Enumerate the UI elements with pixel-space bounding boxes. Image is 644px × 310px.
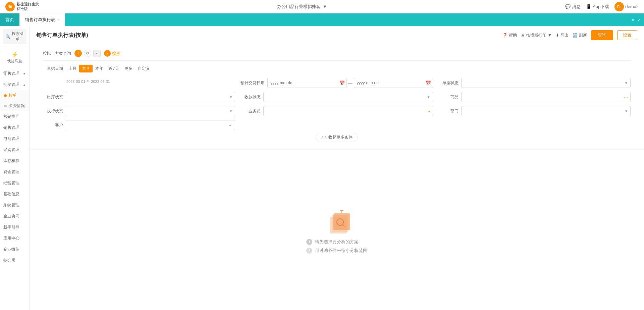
date-field-label: 单据日期: [43, 66, 63, 71]
expected-date-end-wrap: 📅: [354, 78, 433, 88]
filter-scheme-label: 按以下方案查询: [43, 51, 71, 56]
top-bar-right: 💬 消息 📱 App下载 Ea demo2: [565, 2, 639, 11]
sidebar-item-appcenter[interactable]: 应用中心: [0, 233, 29, 244]
sidebar-search-btn[interactable]: 🔍 搜索菜单: [3, 29, 26, 44]
salesman-input[interactable]: [263, 106, 433, 116]
sidebar-item-wholesale[interactable]: 批发管理: [0, 79, 29, 90]
top-bar-center[interactable]: 办公用品行业模拟账套 ▼: [277, 4, 327, 10]
collect-status-select[interactable]: [263, 92, 433, 102]
filter-salesman-field: 业务员 ···: [240, 106, 433, 116]
active-scheme-name[interactable]: 按单: [112, 51, 120, 56]
top-bar-left: 畅 畅捷通好生意 标准版: [5, 2, 39, 11]
goods-input[interactable]: [461, 92, 631, 102]
expected-date-range: 📅 — 📅: [267, 78, 433, 88]
sidebar-submenu-item-order[interactable]: 按单: [0, 90, 29, 101]
collect-status-wrap: ▼: [263, 92, 433, 102]
dept-label: 部门: [438, 108, 459, 114]
date-tabs: 上月 本月 本年 近7天 更多 自定义: [66, 65, 153, 72]
tab-active[interactable]: 销售订单执行表 ×: [19, 13, 65, 26]
ship-status-select[interactable]: [66, 92, 235, 102]
sidebar-item-ops[interactable]: 经营管理: [0, 177, 29, 189]
sidebar-item-retail[interactable]: 零售管理: [0, 68, 29, 79]
sidebar-item-purchase[interactable]: 采购管理: [0, 144, 29, 155]
tab-home[interactable]: 首页: [0, 13, 19, 26]
sidebar-submenu-item-debt[interactable]: 欠资情况: [0, 101, 29, 111]
sidebar-item-membership[interactable]: 畅会员: [0, 255, 29, 266]
sidebar-item-marketing[interactable]: 营销推广: [0, 111, 29, 122]
collapse-btn[interactable]: ∧∧ 收起更多条件: [316, 133, 358, 142]
query-button[interactable]: 查询: [591, 30, 613, 40]
scheme-collapse-btn[interactable]: «: [93, 50, 101, 57]
print-dropdown-icon[interactable]: ▼: [548, 33, 552, 38]
filter-status-field: 单据状态 ▼: [438, 78, 631, 88]
expected-date-label: 预计交货日期: [240, 80, 265, 86]
exec-status-wrap: ▼: [66, 106, 235, 116]
empty-text-list: 1 请先选择要分析的方案 2 用过滤条件来缩小分析范围: [306, 239, 367, 254]
status-select[interactable]: [461, 78, 631, 88]
page-header: 销售订单执行表(按单) ❓ 帮助 🖨 按模板打印 ▼ ⬇ 导出: [30, 26, 644, 149]
filter-rows: 单据日期 上月 本月 本年 近7天 更多 自定义 2023-03-0: [43, 65, 631, 130]
sidebar-item-sales[interactable]: 销售管理: [0, 122, 29, 133]
sidebar-item-quick-nav[interactable]: ⚡ 快捷导航: [0, 49, 29, 66]
sidebar-item-guide[interactable]: 新手引导: [0, 222, 29, 233]
app-download-btn[interactable]: 📱 App下载: [586, 4, 609, 10]
collect-status-label: 收款状态: [240, 94, 261, 100]
dropdown-arrow-icon[interactable]: ▼: [323, 4, 327, 9]
scheme-refresh-btn[interactable]: ↻: [84, 50, 91, 57]
filter-panel: 按以下方案查询 + ↻ « ✓ 按单: [36, 44, 637, 149]
sidebar-item-finance[interactable]: 资金管理: [0, 166, 29, 177]
salesman-wrap: ···: [263, 106, 433, 116]
settings-button[interactable]: 设置: [617, 30, 637, 40]
sidebar: 🔍 搜索菜单 ⚡ 快捷导航 零售管理 批发管理 按单 欠资情况: [0, 26, 30, 310]
page-title: 销售订单执行表(按单): [36, 32, 88, 39]
filter-goods-field: 商品 ···: [438, 92, 631, 102]
refresh-icon: 🔄: [573, 33, 578, 38]
tab-minimize-icon[interactable]: ×: [632, 17, 634, 22]
dropdown-label: 办公用品行业模拟账套: [277, 4, 321, 10]
sidebar-item-inventory[interactable]: 库存核算: [0, 155, 29, 166]
filter-scheme-row: 按以下方案查询 + ↻ « ✓ 按单: [43, 50, 631, 61]
results-area: 1 请先选择要分析的方案 2 用过滤条件来缩小分析范围: [30, 150, 644, 310]
print-icon: 🖨: [521, 33, 525, 38]
user-area[interactable]: Ea demo2: [614, 2, 639, 11]
message-btn[interactable]: 💬 消息: [565, 4, 581, 10]
export-btn[interactable]: ⬇ 导出: [556, 33, 569, 38]
sidebar-item-basic[interactable]: 基础信息: [0, 189, 29, 200]
scheme-add-btn[interactable]: +: [74, 50, 82, 57]
refresh-btn[interactable]: 🔄 刷新: [573, 33, 587, 38]
customer-label: 客户: [43, 122, 63, 128]
sidebar-search-label: 搜索菜单: [12, 31, 24, 42]
hint-text-2: 用过滤条件来缩小分析范围: [315, 248, 367, 254]
sidebar-item-ecommerce[interactable]: 电商管理: [0, 133, 29, 144]
exec-status-select[interactable]: [66, 106, 235, 116]
help-btn[interactable]: ❓ 帮助: [502, 33, 517, 38]
date-tab-custom[interactable]: 自定义: [135, 65, 153, 72]
expected-date-end-input[interactable]: [354, 78, 433, 88]
svg-rect-2: [333, 213, 350, 230]
filter-row-1: 单据日期 上月 本月 本年 近7天 更多 自定义 2023-03-0: [43, 65, 631, 88]
date-tab-last-month[interactable]: 上月: [66, 65, 79, 72]
tab-maximize-icon[interactable]: ⤢: [637, 17, 641, 22]
export-icon: ⬇: [556, 33, 559, 38]
sidebar-item-wecom[interactable]: 企业微信: [0, 244, 29, 255]
customer-input[interactable]: [66, 120, 235, 130]
appcenter-label: 应用中心: [3, 236, 19, 241]
sys-label: 系统管理: [3, 202, 19, 208]
expected-date-start-input[interactable]: [267, 78, 346, 88]
dept-select[interactable]: [461, 106, 631, 116]
ship-status-wrap: ▼: [66, 92, 235, 102]
sidebar-nav-section: ⚡ 快捷导航: [0, 47, 29, 68]
filter-date-field: 单据日期 上月 本月 本年 近7天 更多 自定义: [43, 65, 235, 72]
active-scheme: ✓ 按单: [104, 50, 120, 57]
sidebar-item-enterprise[interactable]: 企业协同: [0, 211, 29, 222]
date-tab-this-month[interactable]: 本月: [79, 65, 93, 72]
message-icon: 💬: [565, 4, 571, 9]
sidebar-item-sys[interactable]: 系统管理: [0, 200, 29, 211]
date-tab-last7[interactable]: 近7天: [106, 65, 122, 72]
template-print-btn[interactable]: 🖨 按模板打印 ▼: [521, 33, 552, 38]
tab-close-icon[interactable]: ×: [57, 18, 59, 22]
date-tab-more[interactable]: 更多: [122, 65, 135, 72]
date-tab-this-year[interactable]: 本年: [93, 65, 106, 72]
status-select-wrap: ▼: [461, 78, 631, 88]
date-range-display: 2023-03-01 至 2023-03-31: [66, 80, 110, 84]
